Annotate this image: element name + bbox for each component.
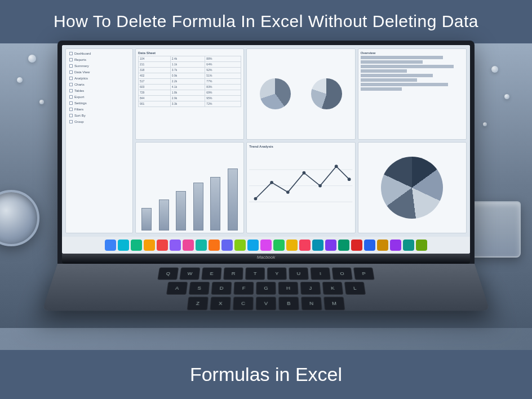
stat-bar: [361, 87, 402, 91]
checkbox-icon: [69, 70, 73, 74]
dock-app-icon: [312, 240, 323, 251]
pie-chart-large: [381, 157, 443, 219]
sidebar-item: Dashboard: [68, 51, 130, 56]
dashboard-grid: DashboardReportsSummaryData ViewAnalytic…: [62, 45, 470, 237]
panel-title: Overview: [361, 51, 464, 55]
bar: [141, 208, 152, 230]
sidebar-item: Reports: [68, 57, 130, 62]
laptop-screen: DashboardReportsSummaryData ViewAnalytic…: [62, 45, 470, 254]
sidebar-item: Settings: [68, 101, 130, 105]
svg-point-3: [254, 197, 258, 200]
sidebar-item: Analytics: [68, 76, 130, 81]
dock-app-icon: [183, 240, 194, 251]
laptop-keyboard: QWERTYUIOP ASDFGHJKL ZXCVBNM: [42, 264, 490, 311]
dock-app-icon: [209, 240, 220, 251]
stats-panel: Overview: [358, 48, 467, 140]
coffee-cup: [0, 190, 39, 246]
laptop-hinge: Macbook: [62, 254, 470, 264]
checkbox-icon: [69, 108, 73, 111]
dock-app-icon: [338, 240, 349, 251]
dock-app-icon: [377, 240, 388, 251]
key-row-3: ZXCVBNM: [73, 296, 459, 310]
pie-chart-small-2: [311, 78, 342, 109]
checkbox-icon: [69, 58, 73, 61]
keyboard-key: C: [233, 296, 254, 310]
dock-app-icon: [196, 240, 207, 251]
stat-bar: [361, 74, 433, 77]
keyboard-key: A: [166, 281, 188, 294]
keyboard-key: G: [256, 281, 276, 294]
dock-app-icon: [416, 240, 427, 251]
checkbox-icon: [69, 120, 73, 123]
header-title: How To Delete Formula In Excel Without D…: [54, 12, 478, 30]
data-table-panel: Data Sheet 1042.4k88% 2111.1k64% 3183.7k…: [135, 48, 244, 140]
bar: [193, 183, 203, 230]
dock-app-icon: [403, 240, 414, 251]
laptop: DashboardReportsSummaryData ViewAnalytic…: [57, 41, 475, 317]
key-row-1: QWERTYUIOP: [81, 267, 451, 280]
keyboard-key: Q: [157, 267, 179, 280]
svg-point-5: [286, 190, 290, 194]
bar: [176, 191, 186, 230]
sidebar-label: Filters: [74, 108, 83, 111]
checkbox-icon: [69, 77, 73, 80]
sidebar-item: Sort By: [68, 113, 130, 118]
checkbox-icon: [69, 52, 73, 55]
sidebar-panel: DashboardReportsSummaryData ViewAnalytic…: [65, 48, 133, 233]
water-bubble: [491, 66, 498, 73]
checkbox-icon: [69, 64, 73, 68]
keyboard-key: T: [245, 267, 265, 280]
dock-app-icon: [118, 240, 129, 251]
sidebar-label: Analytics: [74, 77, 88, 80]
keyboard-key: S: [189, 281, 210, 294]
stat-bar: [361, 83, 449, 86]
stat-bar: [361, 60, 423, 64]
laptop-screen-frame: DashboardReportsSummaryData ViewAnalytic…: [57, 41, 475, 264]
keyboard-key: U: [289, 267, 309, 280]
pie-large-panel: [358, 142, 467, 233]
pie-small-panel: [246, 48, 355, 140]
header-banner: How To Delete Formula In Excel Without D…: [0, 0, 532, 43]
pie-chart-small-1: [260, 78, 291, 109]
sidebar-item: Summary: [68, 64, 130, 68]
sidebar-label: Tables: [74, 89, 84, 92]
dock-app-icon: [144, 240, 155, 251]
footer-banner: Formulas in Excel: [0, 350, 532, 399]
stat-bar: [361, 56, 444, 59]
macos-dock: [62, 237, 470, 254]
dock-app-icon: [351, 240, 362, 251]
stat-bar: [361, 69, 407, 73]
svg-point-9: [348, 178, 351, 181]
dock-app-icon: [157, 240, 168, 251]
keyboard-key: M: [323, 296, 345, 310]
dock-app-icon: [170, 240, 181, 251]
keyboard-key: I: [310, 267, 330, 280]
stat-bar: [361, 65, 454, 68]
line-chart-panel: Trend Analysis: [246, 142, 355, 233]
keyboard-key: L: [344, 281, 366, 294]
water-bubble: [504, 94, 509, 99]
sidebar-label: Sort By: [74, 114, 86, 117]
dock-app-icon: [364, 240, 375, 251]
sidebar-item: Tables: [68, 88, 130, 93]
sidebar-label: Dashboard: [74, 52, 91, 55]
dock-app-icon: [273, 240, 285, 251]
scene-background: DashboardReportsSummaryData ViewAnalytic…: [0, 43, 532, 328]
dock-app-icon: [131, 240, 142, 251]
sidebar-item: Group: [68, 119, 130, 124]
sidebar-item: Charts: [68, 82, 130, 87]
keyboard-key: Y: [267, 267, 287, 280]
keyboard-key: W: [179, 267, 200, 280]
water-bubble: [483, 122, 487, 126]
sidebar-label: Charts: [74, 83, 85, 86]
dock-app-icon: [299, 240, 311, 251]
mini-data-table: 1042.4k88% 2111.1k64% 3183.7k92% 4020.9k…: [138, 56, 241, 107]
dock-app-icon: [260, 240, 272, 251]
checkbox-icon: [69, 95, 73, 99]
keyboard-key: N: [301, 296, 322, 310]
sidebar-label: Export: [74, 95, 84, 99]
dock-app-icon: [234, 240, 246, 251]
svg-point-7: [319, 184, 322, 187]
keyboard-key: O: [332, 267, 353, 280]
dock-app-icon: [247, 240, 259, 251]
